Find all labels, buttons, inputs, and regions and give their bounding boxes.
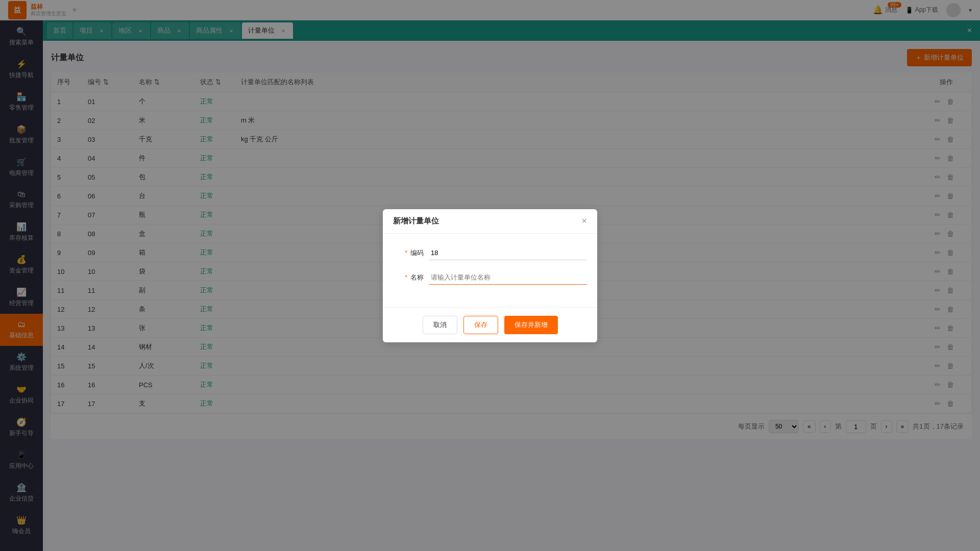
required-marker: * <box>405 249 407 257</box>
form-name-input[interactable] <box>429 270 587 285</box>
modal-footer: 取消 保存 保存并新增 <box>383 307 597 342</box>
save-add-btn[interactable]: 保存并新增 <box>504 316 558 334</box>
modal-close-btn[interactable]: × <box>581 216 587 226</box>
modal-title: 新增计量单位 <box>393 216 439 226</box>
form-name-label: * 名称 <box>393 273 424 282</box>
add-measurement-unit-modal: 新增计量单位 × * 编码 * 名称 取消 保存 保存并新增 <box>383 209 597 342</box>
modal-header: 新增计量单位 × <box>383 209 597 234</box>
form-row-name: * 名称 <box>393 270 587 285</box>
modal-overlay[interactable]: 新增计量单位 × * 编码 * 名称 取消 保存 保存并新增 <box>0 0 980 551</box>
form-code-input[interactable] <box>429 246 587 260</box>
save-btn[interactable]: 保存 <box>463 316 498 334</box>
modal-body: * 编码 * 名称 <box>383 234 597 307</box>
form-code-label: * 编码 <box>393 248 424 258</box>
cancel-btn[interactable]: 取消 <box>423 316 457 334</box>
required-marker-name: * <box>405 273 407 281</box>
form-row-code: * 编码 <box>393 246 587 260</box>
